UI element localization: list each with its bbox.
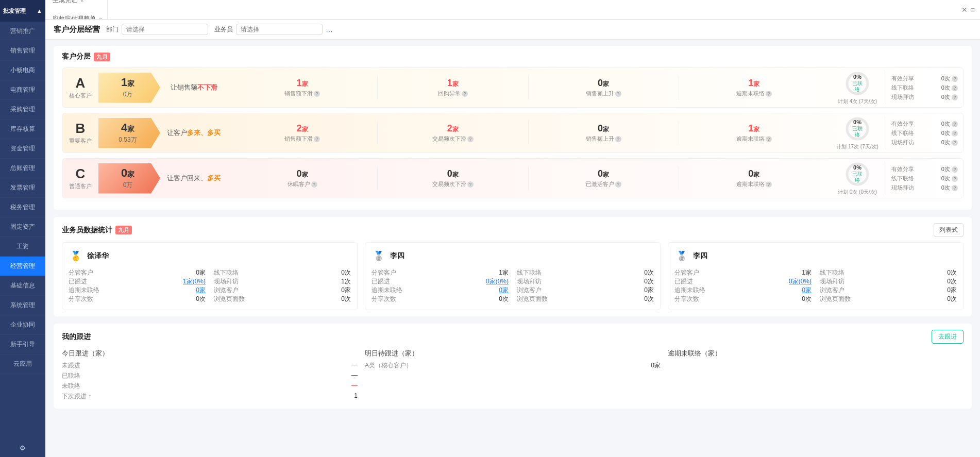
sp-stat-right-1-0: 线下联络 0次 [517,268,654,277]
meta-value-B-1: 0次 ? [941,129,958,137]
sales-filter: 业务员 … [214,24,333,35]
tab-menu-icon[interactable]: ≡ [971,6,975,14]
sp-stat-left-0-0: 分管客户 0家 [69,268,206,277]
sidebar-item-17[interactable]: 云应用 [0,354,45,374]
circle-container-B: 0% 已联络 [844,115,871,142]
tab-label-5: 应收应付调整单 [53,14,96,20]
meta-label-A-2: 现场拜访 [891,93,914,101]
stat-label-C-3: 逾期未联络 ? [736,180,772,188]
sales-select[interactable] [236,24,323,35]
meta-value-C-2: 0次 ? [941,184,958,192]
meta-value-A-0: 0次 ? [941,75,958,82]
circle-text-C: 0% 已联络 [851,164,864,183]
tomorrow-row-0: A类（核心客户） 0家 [365,361,661,370]
customer-section-label: 客户分层 [62,52,91,61]
tier-stat-C-3[interactable]: 0家 逾期未联络 ? [679,166,829,190]
sp-stats-right-2: 线下联络 0次 现场拜访 0次 浏览客户 0家 浏览页面数 0次 [820,268,957,303]
tier-stat-A-2[interactable]: 0家 销售额上升 ? [529,76,679,99]
today-row-0: 未跟进 — [62,361,358,370]
sidebar-item-16[interactable]: 新手引导 [0,335,45,354]
sidebar-item-6[interactable]: 资金管理 [0,139,45,159]
sp-stat-left-2-3: 分享次数 0次 [674,295,812,303]
stat-label-A-1: 回购异常 ? [438,90,468,97]
stat-num-A-3: 1家 [748,78,759,89]
tab-bar: 首页门店商品目录×销货单×店铺管理×生成凭证×应收应付调整单×工资表×工资统计报… [45,0,980,20]
sidebar-item-4[interactable]: 采购管理 [0,100,45,120]
salesperson-card-1: 🥈 李四 分管客户 1家 已跟进 0家(0%) 逾期未联络 0家 分享次数 0次… [365,242,661,310]
stat-num-C-1: 0家 [447,168,459,179]
tier-label-A: A 核心客户 [62,71,98,105]
sidebar-item-13[interactable]: 基础信息 [0,276,45,296]
sidebar-item-1[interactable]: 销售管理 [0,41,45,61]
tier-stats-B: 2家 销售额下滑 ?2家 交易频次下滑 ?0家 销售额上升 ?1家 逾期未联络 … [227,117,829,149]
sidebar-item-15[interactable]: 企业协同 [0,315,45,335]
tier-stat-A-0[interactable]: 1家 销售额下滑 ? [227,76,378,99]
tab-4[interactable]: 生成凭证× [47,0,108,10]
tier-count-amount-C: 0万 [123,181,133,190]
tab-close-5[interactable]: × [99,16,102,20]
followup-tomorrow-col: 明日待跟进（家） A类（核心客户） 0家 [365,349,661,402]
tier-row-B: B 重要客户 4家 0.53万 让客户多来、多买2家 销售额下滑 ?2家 交易频… [62,113,964,153]
tier-count-number-A: 1家 [121,77,134,88]
sidebar-item-2[interactable]: 小畅电商 [0,61,45,80]
followup-overdue-title: 逾期未联络（家） [668,349,964,358]
sidebar-item-7[interactable]: 总账管理 [0,159,45,178]
sp-stat-right-1-1: 现场拜访 0次 [517,277,654,286]
sidebar-item-5[interactable]: 库存核算 [0,120,45,139]
sidebar-item-9[interactable]: 税务管理 [0,198,45,217]
sidebar-settings[interactable]: ⚙ [0,439,45,457]
list-view-button[interactable]: 列表式 [934,223,964,237]
customer-month-badge: 九月 [94,53,110,61]
followup-title: 我的跟进 [62,332,91,342]
sp-stat-right-1-3: 浏览页面数 0次 [517,295,654,303]
filter-more-icon[interactable]: … [326,25,333,33]
tier-slogan-A: 让销售额不下滑 [160,79,227,96]
sidebar-item-0[interactable]: 营销推广 [0,22,45,41]
stat-num-B-1: 2家 [447,123,459,134]
sidebar-item-11[interactable]: 工资 [0,237,45,257]
sales-label: 业务员 [214,25,233,34]
tier-stat-C-0[interactable]: 0家 休眠客户 ? [227,166,378,190]
sidebar-item-12[interactable]: 经营管理 [0,257,45,276]
tier-stat-B-3[interactable]: 1家 逾期未联络 ? [679,121,829,145]
tab-5[interactable]: 应收应付调整单× [47,10,108,20]
tier-stat-B-2[interactable]: 0家 销售额上升 ? [529,121,679,145]
meta-value-C-0: 0次 ? [941,165,958,173]
circle-sub-B: 计划 17次 (7天/次) [836,143,878,150]
stat-num-C-0: 0家 [297,168,308,179]
sp-header-1: 🥈 李四 [371,249,654,263]
dept-select[interactable] [122,24,208,35]
sidebar-item-14[interactable]: 系统管理 [0,296,45,315]
meta-label-C-0: 有效分享 [891,165,914,173]
sidebar-item-3[interactable]: 电商管理 [0,80,45,100]
meta-label-C-2: 现场拜访 [891,184,914,192]
tier-stat-B-0[interactable]: 2家 销售额下滑 ? [227,121,378,145]
tier-slogan-C: 让客户回来、多买 [160,170,227,187]
tier-stat-C-1[interactable]: 0家 交易频次下滑 ? [378,166,528,190]
tier-stats-C: 0家 休眠客户 ?0家 交易频次下滑 ?0家 已激活客户 ?0家 逾期未联络 ? [227,162,829,194]
sidebar-item-10[interactable]: 固定资产 [0,217,45,237]
tier-stat-A-3[interactable]: 1家 逾期未联络 ? [679,76,829,99]
tab-close-4[interactable]: × [80,0,83,4]
today-rows: 未跟进 —已联络 —未联络 —下次跟进 ↑ 1 [62,361,358,401]
circle-sub-A: 计划 4次 (7天/次) [838,98,877,105]
meta-row-B-2: 现场拜访 0次 ? [891,139,958,146]
meta-value-A-2: 0次 ? [941,93,958,101]
followup-tomorrow-title: 明日待跟进（家） [365,349,661,358]
tier-stat-B-1[interactable]: 2家 交易频次下滑 ? [378,121,528,145]
sp-avatar-0: 🥇 [69,249,83,263]
sales-section-title: 业务员数据统计 九月 [62,226,132,235]
tier-stat-C-2[interactable]: 0家 已激活客户 ? [529,166,679,190]
tabs-container: 首页门店商品目录×销货单×店铺管理×生成凭证×应收应付调整单×工资表×工资统计报… [47,0,108,20]
meta-row-B-1: 线下联络 0次 ? [891,129,958,137]
sidebar-item-8[interactable]: 发票管理 [0,178,45,198]
sp-stat-left-0-2: 逾期未联络 0家 [69,286,206,295]
sp-stat-left-0-3: 分享次数 0次 [69,295,206,303]
sidebar-expand-icon[interactable]: ▲ [37,8,42,14]
sp-stat-left-1-1: 已跟进 0家(0%) [371,277,509,286]
tier-stat-A-1[interactable]: 1家 回购异常 ? [378,76,528,99]
meta-value-B-0: 0次 ? [941,120,958,128]
followup-section: 我的跟进 去跟进 今日跟进（家） 未跟进 —已联络 —未联络 —下次跟进 ↑ 1… [54,324,972,409]
tab-close-icon[interactable]: ✕ [961,6,968,14]
goto-followup-button[interactable]: 去跟进 [932,330,964,344]
